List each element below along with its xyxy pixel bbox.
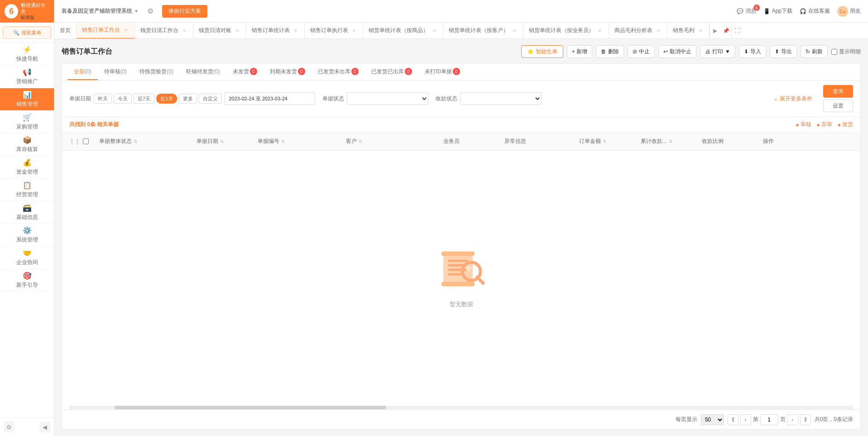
sub-tab-not-printed[interactable]: 未打印单据 0 <box>418 64 466 80</box>
tab-sales-order-stats[interactable]: 销售订单统计表 ✕ <box>246 23 305 39</box>
payment-select[interactable] <box>460 92 542 105</box>
th-amount[interactable]: 订单金额 ⇅ <box>575 137 637 145</box>
tab-close-icon[interactable]: ✕ <box>597 28 603 34</box>
settings-bottom-button[interactable]: ⚙ <box>4 422 14 432</box>
sub-tab-not-shipped[interactable]: 未发货 0 <box>226 64 264 80</box>
sidebar-item-inventory[interactable]: 📦 库存核算 <box>0 133 54 156</box>
sidebar-item-sales[interactable]: 📊 销售管理 <box>0 88 54 111</box>
sub-tab-all[interactable]: 全部 (0) <box>67 64 98 80</box>
tab-close-icon[interactable]: ✕ <box>293 28 299 34</box>
tabs-pin-button[interactable]: 📌 <box>720 23 731 39</box>
expand-filter-button[interactable]: ⌄ 展开更多条件 <box>773 95 812 103</box>
tab-sales-stats-customer[interactable]: 销货单统计表（按客户） ✕ <box>443 23 523 39</box>
per-page-select[interactable]: 10 20 50 100 <box>701 414 724 425</box>
delete-button[interactable]: 🗑 删除 <box>596 45 624 58</box>
tab-home[interactable]: 首页 <box>54 23 77 39</box>
th-checkbox[interactable] <box>79 138 96 144</box>
sub-tab-shipped-out[interactable]: 已发货已出库 0 <box>365 64 418 80</box>
print-button[interactable]: 🖨 打印 ▼ <box>700 45 735 58</box>
system-title-dropdown[interactable]: 装备及固定资产辅助管理系统 ▼ <box>62 7 139 15</box>
tab-close-icon[interactable]: ✕ <box>234 28 240 34</box>
tabs-expand-button[interactable]: ⛶ <box>731 23 742 39</box>
total-info: 共0页，0条记录 <box>815 416 853 423</box>
online-service-button[interactable]: 🎧 在线客服 <box>800 7 830 15</box>
date-btn-yesterday[interactable]: 昨天 <box>94 94 112 104</box>
smart-create-button[interactable]: ⭐ 智能生单 <box>521 45 563 58</box>
tab-close-icon[interactable]: ✕ <box>351 28 357 34</box>
sub-tab-pending-check[interactable]: 待拣货验货 (0) <box>133 64 180 80</box>
user-profile-button[interactable]: Ea 用友 <box>837 6 861 17</box>
sidebar-item-purchase[interactable]: 🛒 采购管理 <box>0 111 54 133</box>
export-button[interactable]: ⬆ 导出 <box>770 45 797 58</box>
batch-review-button[interactable]: ● 审核 <box>796 121 811 128</box>
import-button[interactable]: ⬇ 导入 <box>739 45 766 58</box>
query-button[interactable]: 查询 <box>823 85 853 98</box>
collapse-sidebar-button[interactable]: ◀ <box>39 422 50 432</box>
set-button[interactable]: 设置 <box>823 100 853 112</box>
horizontal-scrollbar[interactable] <box>69 406 853 409</box>
app-download-button[interactable]: 📱 App下载 <box>763 7 792 15</box>
new-button[interactable]: + 新增 <box>567 45 592 58</box>
select-all-checkbox[interactable] <box>83 138 89 144</box>
sort-icon: ⇅ <box>134 139 137 144</box>
batch-unreview-button[interactable]: ● 弃审 <box>817 121 832 128</box>
last-page-button[interactable]: ⟫ <box>800 414 811 425</box>
tab-close-icon[interactable]: ✕ <box>655 28 662 34</box>
prev-page-button[interactable]: ‹ <box>740 414 751 425</box>
th-code[interactable]: 单据编号 ⇅ <box>254 137 342 145</box>
tab-sales-stats-staff[interactable]: 销货单统计表（按业务员） ✕ <box>523 23 609 39</box>
refresh-button[interactable]: ↻ 刷新 <box>801 45 828 58</box>
sidebar-item-operations[interactable]: 📋 经营管理 <box>0 179 54 201</box>
finance-icon: 💰 <box>23 158 32 167</box>
sidebar-item-quick-nav[interactable]: ⚡ 快捷导航 <box>0 43 54 66</box>
sidebar-item-basic-info[interactable]: 🗃️ 基础信息 <box>0 201 54 224</box>
sidebar-item-system[interactable]: ⚙️ 系统管理 <box>0 224 54 246</box>
sidebar-item-guide[interactable]: 🎯 新手引导 <box>0 269 54 292</box>
settings-gear-button[interactable]: ⚙ <box>144 5 157 18</box>
tab-close-icon[interactable]: ✕ <box>181 28 187 34</box>
tab-close-icon[interactable]: ✕ <box>431 28 437 34</box>
messages-button[interactable]: 💬 消息 6 <box>737 7 756 15</box>
sub-tab-pending-review[interactable]: 待审核 (0) <box>98 64 134 80</box>
tab-close-icon[interactable]: ✕ <box>697 28 704 34</box>
batch-ship-button[interactable]: ● 发货 <box>838 121 853 128</box>
sidebar-item-marketing[interactable]: 📢 营销推广 <box>0 66 54 88</box>
sub-tab-wangpu[interactable]: 旺铺待发货 (0) <box>180 64 226 80</box>
tab-close-icon[interactable]: ✕ <box>123 27 129 33</box>
th-collected[interactable]: 累计收款... ⇅ <box>637 137 698 145</box>
page-input[interactable] <box>760 414 778 425</box>
tab-cash-daily[interactable]: 钱货日清工作台 ✕ <box>135 23 193 39</box>
search-menu-button[interactable]: 🔍 搜索菜单 <box>3 26 51 39</box>
th-date[interactable]: 单据日期 ⇅ <box>193 137 254 145</box>
tab-cash-reconcile[interactable]: 钱货日清对账 ✕ <box>193 23 246 39</box>
date-btn-more[interactable]: 更多 <box>179 94 197 104</box>
tab-sales-order-workbench[interactable]: 销售订单工作台 ✕ <box>77 23 135 39</box>
tab-sales-stats-product[interactable]: 销货单统计表（按商品） ✕ <box>363 23 443 39</box>
th-customer[interactable]: 客户 ⇅ <box>342 137 440 145</box>
stop-button[interactable]: ⊘ 中止 <box>628 45 655 58</box>
date-btn-custom[interactable]: 自定义 <box>199 94 222 104</box>
th-status[interactable]: 单据整体状态 ⇅ <box>96 137 193 145</box>
date-range-input[interactable] <box>225 92 315 105</box>
first-page-button[interactable]: ⟪ <box>728 414 739 425</box>
show-detail-checkbox[interactable] <box>831 49 837 55</box>
date-btn-7days[interactable]: 近7天 <box>134 94 154 104</box>
cancel-stop-button[interactable]: ↩ 取消中止 <box>658 45 696 58</box>
date-filter-label: 单据日期 <box>69 95 91 103</box>
sidebar-item-finance[interactable]: 💰 资金管理 <box>0 156 54 179</box>
logo-icon: 6 <box>5 4 18 19</box>
sub-tab-overdue[interactable]: 到期未发货 0 <box>264 64 312 80</box>
scrollbar-thumb[interactable] <box>115 406 386 409</box>
tabs-more-button[interactable]: ▶ <box>710 23 720 39</box>
next-page-button[interactable]: › <box>787 414 798 425</box>
tab-close-icon[interactable]: ✕ <box>511 28 518 34</box>
date-btn-today[interactable]: 今天 <box>114 94 132 104</box>
sub-tab-shipped-not-out[interactable]: 已发货未出库 0 <box>312 64 365 80</box>
tab-gross-margin[interactable]: 商品毛利分析表 ✕ <box>609 23 667 39</box>
industry-solution-button[interactable]: 体验行业方案 <box>162 5 207 18</box>
sidebar-item-enterprise[interactable]: 🤝 企业协同 <box>0 246 54 269</box>
date-btn-1month[interactable]: 近1月 <box>156 94 177 104</box>
status-select[interactable] <box>347 92 428 105</box>
tab-sales-profit[interactable]: 销售毛利 ✕ <box>667 23 710 39</box>
tab-sales-order-exec[interactable]: 销售订单执行表 ✕ <box>305 23 363 39</box>
